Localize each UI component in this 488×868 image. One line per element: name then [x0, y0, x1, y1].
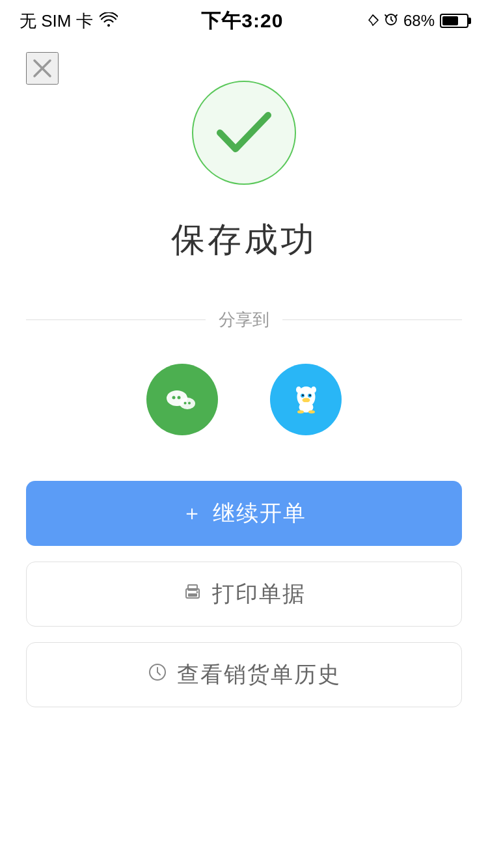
battery-label: 68%: [403, 12, 435, 30]
qq-share-button[interactable]: [270, 364, 342, 435]
status-time: 下午3:20: [201, 8, 283, 34]
clock-icon: [147, 662, 168, 688]
location-icon: [367, 12, 379, 30]
close-button[interactable]: [26, 52, 59, 85]
svg-point-8: [188, 401, 191, 404]
status-right: 68%: [367, 12, 468, 30]
success-title: 保存成功: [171, 217, 317, 263]
alarm-icon: [384, 12, 398, 30]
print-button[interactable]: 打印单据: [26, 562, 462, 627]
svg-point-6: [180, 398, 195, 409]
svg-point-7: [183, 401, 186, 404]
history-button[interactable]: 查看销货单历史: [26, 642, 462, 707]
share-section: 分享到: [0, 308, 488, 435]
action-buttons: ＋ 继续开单 打印单据 查看销货单历史: [0, 481, 488, 707]
print-label: 打印单据: [212, 579, 306, 609]
svg-point-19: [311, 387, 316, 393]
svg-point-16: [297, 410, 304, 413]
print-icon: [182, 581, 203, 607]
share-label: 分享到: [219, 308, 269, 331]
share-divider: 分享到: [26, 308, 462, 331]
continue-button[interactable]: ＋ 继续开单: [26, 481, 462, 546]
svg-point-13: [309, 394, 311, 396]
svg-point-14: [302, 398, 310, 402]
svg-rect-22: [188, 593, 197, 597]
checkmark-icon: [215, 110, 273, 156]
wechat-share-button[interactable]: [146, 364, 218, 435]
status-left: 无 SIM 卡: [20, 10, 118, 33]
history-label: 查看销货单历史: [177, 660, 341, 690]
qq-icon: [285, 379, 327, 421]
svg-point-17: [308, 410, 315, 413]
success-circle: [192, 81, 296, 185]
close-icon: [31, 57, 54, 80]
no-sim-label: 无 SIM 卡: [20, 10, 93, 33]
svg-point-18: [296, 387, 301, 393]
continue-label: 继续开单: [213, 498, 306, 528]
main-content: 保存成功 分享到: [0, 42, 488, 707]
wifi-icon: [100, 11, 118, 31]
wechat-icon: [161, 379, 204, 421]
svg-point-4: [172, 396, 175, 399]
svg-point-5: [177, 396, 180, 399]
plus-icon: ＋: [182, 499, 204, 528]
status-bar: 无 SIM 卡 下午3:20 68%: [0, 0, 488, 42]
share-icons: [26, 364, 462, 435]
svg-point-12: [302, 394, 304, 396]
svg-point-23: [197, 591, 198, 593]
battery-icon: [440, 14, 468, 28]
